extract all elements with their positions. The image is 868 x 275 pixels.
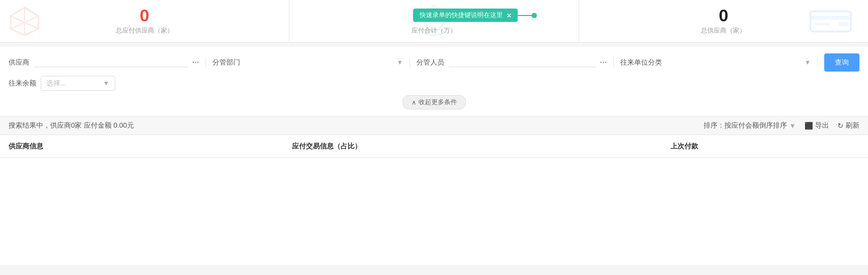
sort-label: 排序：按应付会额倒序排序 xyxy=(704,121,787,130)
refresh-label: 刷新 xyxy=(846,121,859,130)
department-label: 分管部门 xyxy=(212,58,240,67)
sort-chevron-icon: ▼ xyxy=(789,122,796,130)
total-payable-number: 0 xyxy=(140,7,149,24)
manager-input-wrapper xyxy=(448,58,596,67)
unit-category-chevron-icon: ▼ xyxy=(804,59,811,66)
unit-category-filter-group: 往来单位分类 ▼ xyxy=(614,58,818,67)
search-button[interactable]: 查询 xyxy=(824,53,859,72)
balance-label: 往来余额 xyxy=(9,78,36,88)
department-filter-group: 分管部门 ▼ xyxy=(206,58,410,67)
supplier-filter-group: 供应商 ··· xyxy=(9,58,206,67)
total-payable-label: 总应付供应商（家） xyxy=(116,26,173,35)
unit-category-label: 往来单位分类 xyxy=(620,58,662,67)
blue-card-bg-icon xyxy=(809,8,852,35)
svg-rect-9 xyxy=(810,15,851,20)
refresh-button[interactable]: ↻ 刷新 xyxy=(838,121,859,130)
supplier-more-btn[interactable]: ··· xyxy=(192,58,199,67)
table-header: 供应商信息 应付交易信息（占比） 上次付款 xyxy=(0,135,868,158)
manager-filter-group: 分管人员 ··· xyxy=(410,58,614,67)
result-bar: 搜索结果中，供应商0家 应付金额 0.00元 排序：按应付会额倒序排序 ▼ ⬛ … xyxy=(0,116,868,135)
tooltip-close-btn[interactable]: × xyxy=(507,11,511,20)
filter-row-2: 往来余额 选择... ▼ xyxy=(9,76,859,91)
department-chevron-icon: ▼ xyxy=(397,59,403,66)
manager-label: 分管人员 xyxy=(416,58,444,67)
table-col-supplier-info: 供应商信息 xyxy=(9,142,292,151)
department-select[interactable]: ▼ xyxy=(244,59,403,66)
svg-line-2 xyxy=(11,16,38,29)
collapse-button[interactable]: ∧ 收起更多条件 xyxy=(403,95,466,109)
supplier-input-wrapper xyxy=(34,58,188,67)
supplier-input[interactable] xyxy=(34,58,188,66)
tooltip-bar: 快速录单的快捷键说明在这里 × xyxy=(413,9,518,22)
payable-total-label: 应付合计（万） xyxy=(412,26,456,35)
total-suppliers-number: 0 xyxy=(719,7,728,24)
filter-row-1: 供应商 ··· 分管部门 ▼ 分管人员 ··· 往来单位分类 xyxy=(9,53,859,72)
stat-total-suppliers: 0 总供应商（家） xyxy=(579,0,868,42)
export-icon: ⬛ xyxy=(804,122,813,130)
stat-total-payable-suppliers: 0 总应付供应商（家） xyxy=(0,0,289,42)
svg-line-3 xyxy=(11,16,38,29)
table-body xyxy=(0,158,868,265)
balance-select[interactable]: 选择... ▼ xyxy=(41,76,115,91)
refresh-icon: ↻ xyxy=(838,122,843,130)
filter-section: 供应商 ··· 分管部门 ▼ 分管人员 ··· 往来单位分类 xyxy=(0,47,868,116)
result-actions: 排序：按应付会额倒序排序 ▼ ⬛ 导出 ↻ 刷新 xyxy=(704,121,859,130)
collapse-label: 收起更多条件 xyxy=(419,98,457,107)
balance-placeholder: 选择... xyxy=(46,78,103,88)
result-summary: 搜索结果中，供应商0家 应付金额 0.00元 xyxy=(9,121,134,130)
svg-rect-8 xyxy=(810,11,851,32)
table-col-last-payment: 上次付款 xyxy=(670,142,859,151)
export-label: 导出 xyxy=(815,121,829,130)
supplier-label: 供应商 xyxy=(9,58,29,67)
collapse-bar: ∧ 收起更多条件 xyxy=(9,95,859,109)
export-button[interactable]: ⬛ 导出 xyxy=(804,121,829,130)
manager-input[interactable] xyxy=(448,58,596,66)
svg-rect-11 xyxy=(839,22,848,26)
collapse-arrow-icon: ∧ xyxy=(412,99,416,106)
top-stats-bar: 0 总应付供应商（家） 快速录单的快捷键说明在这里 × 0.00 应付合计（万） xyxy=(0,0,868,43)
table-col-payable-info: 应付交易信息（占比） xyxy=(292,142,670,151)
balance-chevron-icon: ▼ xyxy=(103,80,109,87)
svg-marker-0 xyxy=(11,7,38,35)
tooltip-dot xyxy=(532,13,537,18)
manager-more-btn[interactable]: ··· xyxy=(600,58,607,67)
unit-category-select[interactable]: ▼ xyxy=(666,59,811,66)
sort-select[interactable]: 排序：按应付会额倒序排序 ▼ xyxy=(704,121,796,130)
stat-payable-total: 快速录单的快捷键说明在这里 × 0.00 应付合计（万） xyxy=(289,0,579,42)
total-suppliers-label: 总供应商（家） xyxy=(701,26,746,35)
tooltip-text: 快速录单的快捷键说明在这里 xyxy=(420,11,503,20)
diamond-bg-icon xyxy=(9,5,41,37)
svg-rect-10 xyxy=(815,23,831,25)
